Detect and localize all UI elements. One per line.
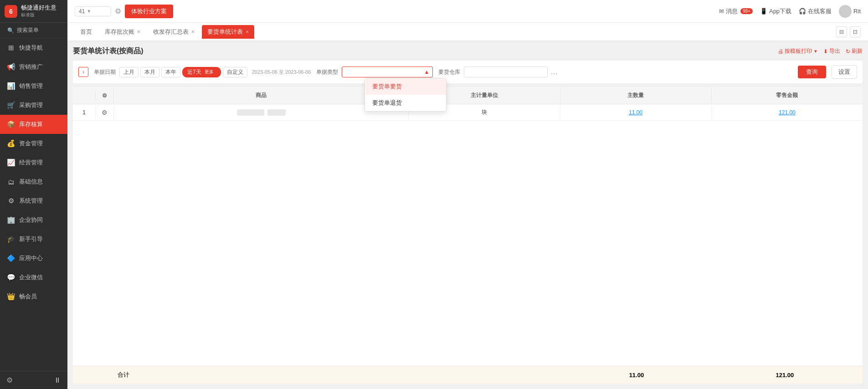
- date-this-year-btn[interactable]: 本年: [161, 67, 180, 77]
- warehouse-label: 要货仓库: [438, 68, 460, 76]
- export-icon: ⬇: [823, 48, 828, 55]
- type-input[interactable]: [342, 67, 433, 77]
- product-placeholder-2: [267, 109, 286, 116]
- td-index: 1: [73, 105, 96, 120]
- tabs-expand: ⊟ ⊡: [836, 26, 861, 37]
- row-gear-icon[interactable]: ⚙: [102, 109, 108, 116]
- sales-icon: 📊: [6, 82, 15, 91]
- user-menu[interactable]: Rit: [839, 5, 861, 18]
- sidebar-item-finance[interactable]: 💰 资金管理: [0, 134, 67, 153]
- print-chevron-icon: ▼: [813, 49, 818, 54]
- tabs-fullscreen-btn[interactable]: ⊡: [850, 26, 861, 37]
- topbar-right: ✉ 消息 99+ 📱 App下载 🎧 在线客服 Rit: [719, 5, 861, 18]
- trial-btn[interactable]: 体验行业方案: [125, 5, 173, 18]
- settings-icon[interactable]: ⚙: [6, 376, 13, 384]
- sidebar-item-system[interactable]: ⚙ 系统管理: [0, 191, 67, 210]
- tabs-bar: 首页 库存批次账 × 收发存汇总表 × 要货单统计表 × ⊟ ⊡: [67, 23, 868, 41]
- type-label: 单据类型: [316, 68, 338, 76]
- sidebar-item-app-center[interactable]: 🔷 应用中心: [0, 249, 67, 268]
- date-custom-btn[interactable]: 自定义: [223, 67, 247, 77]
- refresh-icon: ↻: [846, 48, 850, 55]
- type-filter-group: 单据类型 ▲: [316, 67, 433, 77]
- close-order-summary-tab[interactable]: ×: [246, 29, 249, 35]
- sidebar-item-purchase[interactable]: 🛒 采购管理: [0, 96, 67, 115]
- system-icon: ⚙: [6, 196, 15, 205]
- amount-link[interactable]: 121.00: [779, 109, 796, 116]
- company-selector[interactable]: 41 ▼: [75, 6, 111, 16]
- dropdown-item-order-out[interactable]: 要货单退货: [365, 95, 446, 111]
- headset-icon: 🎧: [799, 8, 806, 15]
- settings-btn[interactable]: 设置: [832, 65, 857, 79]
- member-icon: 👑: [6, 292, 15, 301]
- phone-icon: 📱: [760, 8, 767, 15]
- tab-collect-summary[interactable]: 收发存汇总表 ×: [148, 25, 200, 39]
- sidebar-item-wechat[interactable]: 💬 企业微信: [0, 268, 67, 287]
- sidebar-item-guide[interactable]: 🎓 新手引导: [0, 230, 67, 249]
- col-header-index: [73, 91, 96, 100]
- tab-batch-account[interactable]: 库存批次账 ×: [99, 25, 146, 39]
- date-recent-btn[interactable]: 近7天 更多: [182, 67, 221, 77]
- date-options: 上月 本月 本年 近7天 更多 自定义: [119, 67, 247, 77]
- search-icon: 🔍: [7, 27, 14, 34]
- basic-icon: 🗂: [6, 177, 15, 186]
- footer-label: 合计: [118, 371, 414, 379]
- sidebar-item-quick-nav[interactable]: ⊞ 快捷导航: [0, 38, 67, 57]
- date-range-display: 2023-05-06 至 2023-06-06: [252, 69, 311, 76]
- qty-link[interactable]: 11.00: [629, 109, 642, 116]
- filter-toggle-btn[interactable]: ›: [78, 67, 88, 77]
- sidebar-item-basic[interactable]: 🗂 基础信息: [0, 172, 67, 191]
- date-label: 单据日期: [94, 68, 116, 76]
- finance-icon: 💰: [6, 139, 15, 148]
- purchase-icon: 🛒: [6, 101, 15, 110]
- close-collect-summary-tab[interactable]: ×: [191, 29, 195, 35]
- sidebar-item-enterprise[interactable]: 🏢 企业协同: [0, 210, 67, 230]
- collapse-icon[interactable]: ⏸: [54, 376, 61, 384]
- user-avatar: [839, 5, 852, 18]
- online-service-btn[interactable]: 🎧 在线客服: [799, 7, 832, 15]
- tab-home[interactable]: 首页: [75, 25, 98, 39]
- selector-chevron-icon: ▼: [87, 9, 91, 14]
- col-gear-icon: ⚙: [102, 92, 107, 99]
- topbar-left: 41 ▼ ⚙ 体验行业方案: [75, 5, 173, 18]
- wechat-icon: 💬: [6, 273, 15, 282]
- tab-order-summary[interactable]: 要货单统计表 ×: [202, 25, 254, 39]
- td-qty: 11.00: [560, 105, 712, 120]
- export-btn[interactable]: ⬇ 导出: [823, 47, 840, 55]
- sidebar-nav: ⊞ 快捷导航 📢 营销推广 📊 销售管理 🛒 采购管理 📦 库存核算 💰 资金管…: [0, 38, 67, 371]
- warehouse-input[interactable]: [464, 67, 548, 77]
- marketing-icon: 📢: [6, 62, 15, 72]
- td-gear: ⚙: [96, 105, 114, 120]
- sidebar-bottom: ⚙ ⏸: [0, 371, 67, 389]
- date-last-month-btn[interactable]: 上月: [119, 67, 139, 77]
- warehouse-input-group: …: [464, 67, 558, 77]
- product-placeholder-1: [237, 109, 264, 116]
- sidebar-item-marketing[interactable]: 📢 营销推广: [0, 57, 67, 77]
- messages-btn[interactable]: ✉ 消息 99+: [719, 7, 753, 15]
- topbar-gear-icon[interactable]: ⚙: [115, 7, 121, 15]
- refresh-btn[interactable]: ↻ 刷新: [846, 47, 863, 55]
- page-title: 要货单统计表(按商品): [73, 46, 144, 56]
- type-dropdown-chevron-icon[interactable]: ▲: [424, 69, 429, 75]
- dropdown-item-order-in[interactable]: 要货单要货: [365, 78, 446, 95]
- table-header: ⚙ 商品 主计量单位 主数量 零售金额: [73, 87, 863, 104]
- print-btn[interactable]: 🖨 按模板打印 ▼: [778, 47, 818, 55]
- sidebar-item-operation[interactable]: 📈 经营管理: [0, 153, 67, 172]
- warehouse-more-icon[interactable]: …: [550, 68, 558, 76]
- query-btn[interactable]: 查询: [798, 66, 826, 78]
- close-batch-account-tab[interactable]: ×: [137, 29, 140, 35]
- app-download-btn[interactable]: 📱 App下载: [760, 7, 791, 15]
- page-header: 要货单统计表(按商品) 🖨 按模板打印 ▼ ⬇ 导出 ↻ 刷新: [73, 46, 863, 56]
- table-body: 1 ⚙ 块 11.00 121.00: [73, 104, 863, 366]
- sidebar-logo: 6 畅捷通好生意 标准版: [0, 0, 67, 23]
- date-this-month-btn[interactable]: 本月: [140, 67, 159, 77]
- page-actions: 🖨 按模板打印 ▼ ⬇ 导出 ↻ 刷新: [778, 47, 863, 55]
- footer-qty: 11.00: [562, 372, 710, 379]
- sidebar-item-sales[interactable]: 📊 销售管理: [0, 77, 67, 96]
- tabs-expand-btn[interactable]: ⊟: [836, 26, 847, 37]
- sidebar-item-member[interactable]: 👑 畅会员: [0, 287, 67, 306]
- sidebar-item-inventory[interactable]: 📦 库存核算: [0, 115, 67, 134]
- enterprise-icon: 🏢: [6, 215, 15, 225]
- quick-nav-icon: ⊞: [6, 43, 15, 52]
- sidebar-search[interactable]: 🔍 搜索菜单: [0, 23, 67, 38]
- message-icon: ✉: [719, 8, 724, 15]
